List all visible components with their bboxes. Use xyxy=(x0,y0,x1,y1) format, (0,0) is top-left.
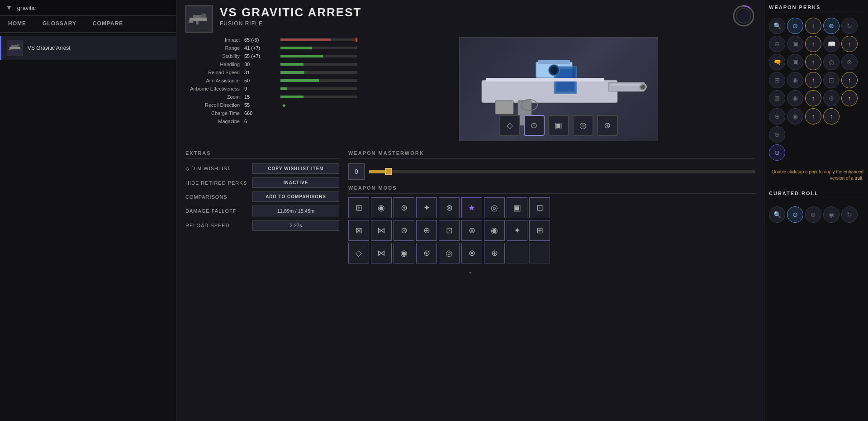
perk-slot[interactable]: ⊠ xyxy=(769,90,785,106)
mod-slot[interactable]: ◉ xyxy=(394,243,414,263)
nav-compare[interactable]: COMPARE xyxy=(85,16,131,32)
nav-home[interactable]: HOME xyxy=(0,16,34,32)
perk-slot[interactable]: ⊛ xyxy=(823,18,840,34)
mod-slot[interactable]: ⊞ xyxy=(348,197,369,218)
perk-slot[interactable]: ↑ xyxy=(805,108,821,124)
extra-label: RELOAD SPEED xyxy=(185,223,249,228)
curated-perk-slot[interactable]: ◉ xyxy=(823,206,840,223)
extra-row: HIDE RETIRED PERKSINACTIVE xyxy=(185,177,339,188)
perk-slot[interactable]: ⊙ xyxy=(787,18,803,34)
mod-slot[interactable]: ⋈ xyxy=(371,220,392,241)
perk-slot[interactable]: ◉ xyxy=(787,108,803,124)
curated-perk-slot[interactable]: ⊙ xyxy=(787,206,803,223)
perk-slot[interactable]: 🔍 xyxy=(769,18,785,34)
mod-slot[interactable]: ✦ xyxy=(507,220,527,241)
perk-slot[interactable]: ↑ xyxy=(841,36,858,52)
mod-slot[interactable]: ◎ xyxy=(439,243,460,263)
perk-slot[interactable]: ↑ xyxy=(841,72,858,88)
perk-slot[interactable]: ⊕ xyxy=(769,108,785,124)
mod-slot[interactable]: ⊕ xyxy=(484,243,505,263)
perk-slot[interactable]: ◉ xyxy=(787,72,803,88)
stat-bar-container xyxy=(280,38,357,41)
perk-icon-0[interactable]: ◇ xyxy=(499,115,520,136)
perk-slot[interactable]: ▣ xyxy=(787,36,803,52)
weapon-list: VS Gravitic Arrest xyxy=(0,33,176,421)
mod-slot[interactable]: ⊕ xyxy=(394,197,414,218)
curated-perk-slot[interactable]: ↻ xyxy=(841,206,858,223)
perk-slot[interactable]: ↑ xyxy=(805,72,821,88)
stat-bar xyxy=(280,79,319,82)
stat-bar-container xyxy=(280,79,357,82)
mod-slot[interactable]: ⊕ xyxy=(416,220,437,241)
extra-row: DAMAGE FALLOFF11.89m / 15.45m xyxy=(185,206,339,216)
stat-label: Airborne Effectiveness xyxy=(185,86,244,91)
perk-icon-1[interactable]: ⊙ xyxy=(524,115,545,136)
search-input[interactable] xyxy=(17,5,171,11)
perk-slot[interactable]: ◉ xyxy=(787,90,803,106)
perk-slot[interactable]: ◎ xyxy=(823,54,840,70)
extra-button-2[interactable]: ADD TO COMPARISONS xyxy=(252,191,339,202)
perk-slot[interactable]: ↑ xyxy=(805,54,821,70)
weapon-body: Impact65 (-5)Range41 (+7)Stability55 (+7… xyxy=(176,33,764,146)
perk-slot[interactable]: ↻ xyxy=(841,18,858,34)
perk-slot[interactable]: ▣ xyxy=(787,54,803,70)
mod-slot[interactable]: ◉ xyxy=(371,197,392,218)
perk-slot[interactable]: ↑ xyxy=(823,108,840,124)
stat-bar-container xyxy=(280,63,357,66)
mod-slot[interactable]: ⊗ xyxy=(461,220,482,241)
mod-slot[interactable]: ⊗ xyxy=(461,243,482,263)
perk-slot[interactable]: ↑ xyxy=(841,90,858,106)
mod-slot[interactable] xyxy=(529,243,550,263)
mod-slot[interactable]: ⊛ xyxy=(394,220,414,241)
masterwork-track[interactable] xyxy=(369,170,755,173)
mod-slot[interactable]: ◇ xyxy=(348,243,369,263)
nav-glossary[interactable]: GLOSSARY xyxy=(34,16,85,32)
perk-icon-3[interactable]: ◎ xyxy=(573,115,593,136)
perk-slot[interactable]: ⊗ xyxy=(841,54,858,70)
mod-slot[interactable]: ⋈ xyxy=(371,243,392,263)
mod-slot[interactable]: ⊞ xyxy=(529,220,550,241)
perk-slot[interactable]: ⊕ xyxy=(769,126,785,143)
perk-slot[interactable]: ↑ xyxy=(805,36,821,52)
svg-rect-16 xyxy=(538,60,570,64)
perk-slot[interactable]: ↑ xyxy=(805,90,821,106)
extra-button-0[interactable]: COPY WISHLIST ITEM xyxy=(252,163,339,174)
mod-slot[interactable]: ⊡ xyxy=(439,220,460,241)
mod-slot[interactable]: ◉ xyxy=(484,220,505,241)
svg-rect-13 xyxy=(482,80,617,103)
svg-rect-6 xyxy=(201,14,206,18)
stat-row: Impact65 (-5) xyxy=(185,37,357,43)
perk-slot[interactable]: ⊛ xyxy=(823,90,840,106)
mod-slot[interactable]: ✦ xyxy=(416,197,437,218)
mod-slot[interactable]: ⊠ xyxy=(348,220,369,241)
perk-slot[interactable]: ⊡ xyxy=(823,72,840,88)
masterwork-level: 0 xyxy=(348,163,365,180)
mod-slot[interactable]: ⊗ xyxy=(439,197,460,218)
mod-slot[interactable]: ★ xyxy=(461,197,482,218)
mod-slot[interactable]: ◎ xyxy=(484,197,505,218)
perk-slot[interactable]: 📖 xyxy=(823,36,840,52)
mod-slot[interactable]: ⊛ xyxy=(416,243,437,263)
list-item[interactable]: VS Gravitic Arrest xyxy=(0,36,176,60)
perk-slot[interactable]: 🔫 xyxy=(769,54,785,70)
perk-icon-2[interactable]: ▣ xyxy=(548,115,569,136)
perk-row: ⊙ xyxy=(769,144,863,161)
svg-rect-7 xyxy=(189,20,193,23)
masterwork-handle[interactable] xyxy=(385,168,392,175)
curated-perk-slot[interactable]: ⊛ xyxy=(805,206,821,223)
extra-button-1[interactable]: INACTIVE xyxy=(252,177,339,188)
perk-slot[interactable]: ⊞ xyxy=(769,72,785,88)
stat-value: 55 (+7) xyxy=(244,53,280,59)
perk-icon-4[interactable]: ⊛ xyxy=(597,115,618,136)
mod-slot[interactable]: ▣ xyxy=(507,197,527,218)
curated-perk-slot[interactable]: 🔍 xyxy=(769,206,785,223)
perk-slot[interactable]: ⊕ xyxy=(769,36,785,52)
mod-slot[interactable] xyxy=(507,243,527,263)
mod-slot[interactable]: ⊡ xyxy=(529,197,550,218)
perk-slot[interactable]: ↑ xyxy=(805,18,821,34)
stat-label: Impact xyxy=(185,37,244,43)
perk-slot[interactable]: ⊙ xyxy=(769,144,785,161)
stat-row: Charge Time660 xyxy=(185,110,357,116)
stat-bar xyxy=(280,55,323,57)
stat-label: Stability xyxy=(185,53,244,59)
